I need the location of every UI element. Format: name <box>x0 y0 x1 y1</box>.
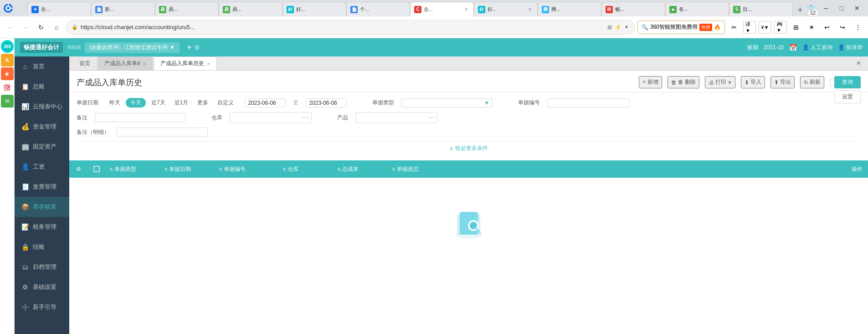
th-settings[interactable]: ⚙ <box>69 166 87 172</box>
new-button[interactable]: + 新增 <box>639 76 662 88</box>
panel-close-button[interactable]: × <box>857 59 861 67</box>
translate-tool[interactable]: 译▼ <box>743 21 756 34</box>
refresh-button[interactable]: ↻ 刷新 <box>800 76 824 88</box>
more-tool[interactable]: ⋮ <box>852 21 864 34</box>
tab-9[interactable]: 腾 腾... <box>538 2 601 16</box>
grid-tool[interactable]: ⊞ <box>790 21 802 34</box>
page-tab-history[interactable]: 产成品入库单历史 × <box>154 57 216 70</box>
tab-8[interactable]: 好 好... × <box>474 2 538 16</box>
nav-item-invoice[interactable]: 🧾 发票管理 <box>15 177 69 197</box>
sidebar-icon-yellow[interactable]: A <box>1 54 14 67</box>
scissors-tool[interactable]: ✂ <box>728 21 740 34</box>
calendar-icon[interactable]: 📅 <box>789 44 797 51</box>
tab-4[interactable]: 易 易... <box>219 2 282 16</box>
note-detail-input[interactable] <box>117 128 208 137</box>
sun-tool[interactable]: ☀ <box>805 21 818 34</box>
sidebar-icon-email[interactable]: ✉ <box>1 95 14 108</box>
tab-10[interactable]: M 畅... <box>601 2 665 16</box>
delete-button[interactable]: 🗑 🗑 删除 <box>668 76 699 88</box>
th-type[interactable]: ⇅ 单据类型 <box>106 165 160 173</box>
page-tab-list[interactable]: 产成品入库单# × <box>98 57 153 70</box>
th-cost[interactable]: ⇅ 总成本 <box>334 165 388 173</box>
collapse-more-button[interactable]: ∧ 收起更多条件 <box>77 141 861 155</box>
warehouse-picker-icon[interactable]: ··· <box>303 113 308 122</box>
nav-item-newentry[interactable]: ➕ 新手引导 <box>15 297 69 317</box>
th-number[interactable]: ⇅ 单据编号 <box>215 165 279 173</box>
export-button[interactable]: ⬆ 导出 <box>770 76 795 88</box>
maximize-button[interactable]: □ <box>834 1 849 15</box>
type-filter-select[interactable]: ▼ <box>401 98 493 108</box>
sidebar-icon-360[interactable]: 360 <box>1 40 14 53</box>
tab-3[interactable]: 易 易... <box>155 2 219 16</box>
date-btn-yesterday[interactable]: 昨天 <box>106 98 124 108</box>
tab-7[interactable]: C 企... × <box>410 2 474 16</box>
history-tab-close[interactable]: × <box>207 61 210 67</box>
redo-tool[interactable]: ↪ <box>836 21 849 34</box>
nav-item-inventory[interactable]: 📦 库存核算 <box>15 197 69 217</box>
number-filter-input[interactable] <box>547 98 629 108</box>
tab-5[interactable]: 好 好... <box>282 2 346 16</box>
home-browser-button[interactable]: ⌂ <box>50 21 63 34</box>
game-tool[interactable]: 🎮▼ <box>774 21 787 34</box>
back-button[interactable]: ← <box>4 21 16 34</box>
username-button[interactable]: 👤 徐泽华 <box>838 44 863 51</box>
forward-button[interactable]: → <box>19 21 32 34</box>
refresh-browser-button[interactable]: ↻ <box>35 21 47 34</box>
search-text: 360智能抠图免费用 <box>650 23 698 31</box>
list-tab-close[interactable]: × <box>143 61 146 67</box>
nav-item-settings[interactable]: ⚙ 基础设置 <box>15 277 69 297</box>
nav-item-archive[interactable]: 🗂 归档管理 <box>15 257 69 277</box>
date-btn-more[interactable]: 更多 <box>194 98 212 108</box>
th-checkbox[interactable] <box>87 166 106 172</box>
tab-11[interactable]: ■ 各... <box>665 2 729 16</box>
tab-8-close[interactable]: × <box>526 6 534 13</box>
sidebar-icon-star[interactable]: ★ <box>1 67 14 80</box>
home-nav-icon: ⌂ <box>21 63 29 70</box>
query-button[interactable]: 查询 <box>834 76 861 88</box>
product-picker-icon[interactable]: ··· <box>428 113 434 122</box>
add-company-button[interactable]: + <box>187 43 192 52</box>
settings-gear-icon[interactable]: ⚙ <box>194 44 200 51</box>
page-tab-home[interactable]: 首页 <box>73 57 97 70</box>
product-input-wrap[interactable]: ··· <box>355 112 437 123</box>
date-from-input[interactable] <box>245 98 286 108</box>
date-to-input[interactable] <box>306 98 347 108</box>
nav-item-payroll[interactable]: 👤 工资 <box>15 157 69 177</box>
close-button[interactable]: ✕ <box>850 1 864 15</box>
settings-button[interactable]: 设置 <box>834 90 861 103</box>
yuan-tool[interactable]: ¥▼ <box>759 21 771 34</box>
dropdown-arrow[interactable]: ▼ <box>624 25 629 30</box>
address-input-wrap[interactable]: 🔒 https://cloud.chanjet.com/accounting/u… <box>66 20 635 35</box>
search-bar-360[interactable]: 🔍 360智能抠图免费用 热搜 🔥 <box>637 21 725 34</box>
nav-item-tax[interactable]: 📝 税务管理 <box>15 217 69 237</box>
nav-item-funds[interactable]: 💰 资金管理 <box>15 117 69 137</box>
user-service-button[interactable]: 👤 人工咨询 <box>802 44 832 51</box>
tab-1[interactable]: ✦ 在... <box>27 2 91 16</box>
date-btn-7days[interactable]: 近7天 <box>148 98 169 108</box>
nav-item-assets[interactable]: 🏢 固定资产 <box>15 137 69 157</box>
tab-12[interactable]: S 目... <box>729 2 793 16</box>
minimize-button[interactable]: ─ <box>819 1 833 15</box>
tab-7-close[interactable]: × <box>462 6 470 13</box>
nav-item-closing[interactable]: 🔒 结账 <box>15 237 69 257</box>
th-date[interactable]: ⇅ 单据日期 <box>160 165 215 173</box>
date-btn-today[interactable]: 今天 <box>126 98 146 108</box>
import-button[interactable]: ⬇ 导入 <box>741 76 765 88</box>
date-btn-1month[interactable]: 近1月 <box>171 98 192 108</box>
tab-2[interactable]: 📄 新... <box>91 2 155 16</box>
sidebar-icon-weibo[interactable]: 微 <box>1 81 14 94</box>
th-status[interactable]: ⇅ 单据状态 <box>388 165 443 173</box>
nav-item-reports[interactable]: 📊 云报表中心 <box>15 97 69 117</box>
nav-item-home[interactable]: ⌂ 首页 <box>15 57 69 77</box>
tab-6[interactable]: 📄 个... <box>346 2 410 16</box>
select-all-checkbox[interactable] <box>93 166 100 172</box>
th-warehouse[interactable]: ⇅ 仓库 <box>279 165 334 173</box>
warehouse-input-wrap[interactable]: ··· <box>230 112 312 123</box>
nav-item-ledger[interactable]: 📋 总账 <box>15 77 69 97</box>
company-selector[interactable]: (勿删勿禁用）江西赣宝测试专用 ▼ <box>85 42 180 53</box>
print-button[interactable]: 🖨 打印 ▼ <box>705 76 735 88</box>
undo-tool[interactable]: ↩ <box>821 21 833 34</box>
date-btn-custom[interactable]: 自定义 <box>214 98 237 108</box>
shirt-icon[interactable]: 👕 <box>803 1 818 15</box>
note-input[interactable] <box>95 113 186 122</box>
